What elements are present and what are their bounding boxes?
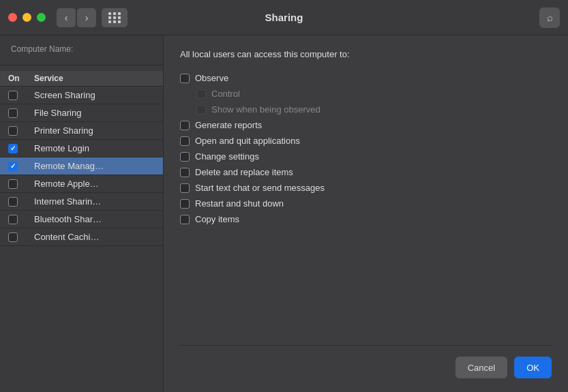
service-table: On Service Screen Sharing File Sharing (0, 71, 163, 384)
checkbox-bluetooth-sharing[interactable] (8, 215, 18, 224)
service-row-screen-sharing[interactable]: Screen Sharing (0, 87, 163, 104)
option-label-start-text-chat: Start text chat or send messages (195, 183, 325, 193)
checkbox-printer-sharing[interactable] (8, 126, 18, 136)
option-row-observe: Observe (180, 70, 552, 86)
bottom-buttons: Cancel OK (180, 345, 552, 378)
checkbox-remote-management[interactable]: ✓ (8, 162, 18, 171)
col-service-header: Service (34, 74, 155, 83)
right-panel: All local users can access this computer… (164, 35, 568, 392)
table-header: On Service (0, 71, 163, 87)
checkbox-change-settings[interactable] (180, 152, 190, 162)
computer-name-section: Computer Name: (0, 44, 163, 65)
service-name-remote-management: Remote Manag… (34, 161, 104, 171)
option-row-change-settings: Change settings (180, 149, 552, 164)
service-name-remote-apple: Remote Apple… (34, 179, 99, 189)
option-row-restart-shut-down: Restart and shut down (180, 196, 552, 211)
service-row-remote-apple[interactable]: Remote Apple… (0, 175, 163, 193)
checkbox-control[interactable] (196, 89, 206, 99)
option-row-start-text-chat: Start text chat or send messages (180, 180, 552, 196)
service-row-file-sharing[interactable]: File Sharing (0, 104, 163, 122)
checkbox-show-when-observed[interactable] (196, 105, 206, 115)
ok-button[interactable]: OK (514, 357, 552, 378)
option-row-control: Control (180, 86, 552, 102)
grid-view-button[interactable] (102, 8, 128, 27)
checkbox-open-quit[interactable] (180, 136, 190, 146)
option-row-show-when-observed: Show when being observed (180, 102, 552, 117)
checkbox-screen-sharing[interactable] (8, 91, 18, 100)
checkbox-start-text-chat[interactable] (180, 183, 190, 193)
titlebar: ‹ › Sharing ⌕ (0, 0, 568, 35)
option-label-restart-shut-down: Restart and shut down (195, 198, 284, 209)
service-row-remote-management[interactable]: ✓ Remote Manag… (0, 157, 163, 175)
panel-title: All local users can access this computer… (180, 49, 552, 59)
service-row-content-caching[interactable]: Content Cachi… (0, 228, 163, 246)
checkmark-remote-management: ✓ (10, 163, 16, 170)
cancel-button[interactable]: Cancel (455, 357, 507, 378)
option-label-change-settings: Change settings (195, 151, 259, 162)
service-name-bluetooth-sharing: Bluetooth Shar… (34, 214, 102, 224)
option-label-observe: Observe (195, 73, 228, 83)
option-label-control: Control (211, 89, 240, 99)
option-row-delete-replace: Delete and replace items (180, 164, 552, 180)
traffic-lights (8, 13, 46, 22)
option-label-generate-reports: Generate reports (195, 120, 262, 130)
close-button[interactable] (8, 13, 17, 22)
service-name-remote-login: Remote Login (34, 143, 89, 153)
service-row-internet-sharing[interactable]: Internet Sharin… (0, 193, 163, 211)
minimize-button[interactable] (23, 13, 31, 22)
option-row-generate-reports: Generate reports (180, 117, 552, 133)
search-icon: ⌕ (547, 12, 553, 23)
checkbox-delete-replace[interactable] (180, 168, 190, 177)
service-row-bluetooth-sharing[interactable]: Bluetooth Shar… (0, 211, 163, 228)
maximize-button[interactable] (37, 13, 46, 22)
checkbox-content-caching[interactable] (8, 232, 18, 242)
option-row-copy-items: Copy items (180, 211, 552, 227)
main-content: Computer Name: On Service Screen Sharing… (0, 35, 568, 392)
service-name-printer-sharing: Printer Sharing (34, 125, 93, 136)
forward-button[interactable]: › (77, 8, 96, 27)
checkbox-remote-login[interactable]: ✓ (8, 144, 18, 153)
col-on-header: On (8, 74, 34, 83)
checkbox-copy-items[interactable] (180, 215, 190, 224)
option-label-copy-items: Copy items (195, 214, 239, 224)
search-button[interactable]: ⌕ (539, 7, 560, 28)
option-label-delete-replace: Delete and replace items (195, 167, 293, 177)
checkmark-remote-login: ✓ (10, 145, 16, 152)
checkbox-file-sharing[interactable] (8, 108, 18, 118)
service-row-printer-sharing[interactable]: Printer Sharing (0, 122, 163, 140)
service-name-file-sharing: File Sharing (34, 108, 81, 118)
service-name-internet-sharing: Internet Sharin… (34, 196, 101, 207)
window-title: Sharing (265, 12, 303, 23)
nav-buttons: ‹ › (57, 8, 128, 27)
option-row-open-quit: Open and quit applications (180, 133, 552, 149)
option-label-open-quit: Open and quit applications (195, 136, 300, 146)
checkbox-restart-shut-down[interactable] (180, 199, 190, 209)
checkbox-generate-reports[interactable] (180, 121, 190, 130)
back-button[interactable]: ‹ (57, 8, 76, 27)
left-panel: Computer Name: On Service Screen Sharing… (0, 35, 164, 392)
checkbox-internet-sharing[interactable] (8, 197, 18, 207)
computer-name-label: Computer Name: (11, 44, 73, 54)
service-row-remote-login[interactable]: ✓ Remote Login (0, 140, 163, 157)
options-list: Observe Control Show when being observed… (180, 70, 552, 340)
checkbox-remote-apple[interactable] (8, 179, 18, 189)
checkbox-observe[interactable] (180, 74, 190, 83)
option-label-show-when-observed: Show when being observed (211, 104, 320, 115)
service-name-screen-sharing: Screen Sharing (34, 90, 95, 100)
grid-icon (108, 12, 121, 23)
service-name-content-caching: Content Cachi… (34, 232, 99, 242)
